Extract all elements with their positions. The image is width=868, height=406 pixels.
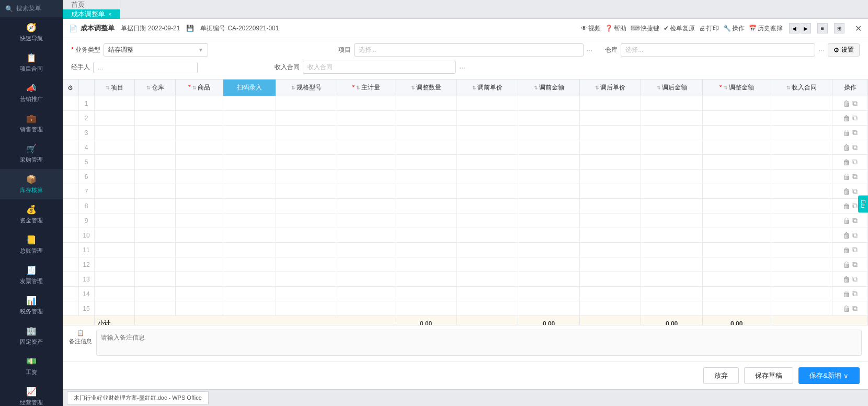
income-contract-select[interactable]: 收入合同 bbox=[303, 61, 456, 74]
row-income-contract-4[interactable] bbox=[771, 140, 832, 155]
row-warehouse-2[interactable] bbox=[135, 111, 176, 126]
row-after-amount-6[interactable] bbox=[641, 170, 702, 184]
row-spec-3[interactable] bbox=[276, 126, 337, 140]
row-unit-15[interactable] bbox=[337, 301, 395, 316]
row-project-4[interactable] bbox=[94, 140, 135, 155]
row-spec-10[interactable] bbox=[276, 228, 337, 243]
row-before-amount-1[interactable] bbox=[518, 96, 579, 111]
row-before-amount-6[interactable] bbox=[518, 170, 579, 184]
row-adjust-amount-14[interactable] bbox=[702, 287, 771, 301]
discard-btn[interactable]: 放弃 bbox=[703, 367, 739, 384]
row-adjust-amount-11[interactable] bbox=[702, 243, 771, 257]
row-copy-15[interactable]: ⧉ bbox=[852, 304, 858, 313]
row-after-price-2[interactable] bbox=[579, 111, 641, 126]
row-scan-14[interactable] bbox=[223, 287, 276, 301]
row-product-4[interactable] bbox=[176, 140, 223, 155]
row-spec-13[interactable] bbox=[276, 272, 337, 287]
row-product-12[interactable] bbox=[176, 257, 223, 272]
ear-side-button[interactable]: Ear bbox=[858, 195, 868, 212]
row-after-amount-3[interactable] bbox=[641, 126, 702, 140]
row-adjqty-5[interactable] bbox=[395, 155, 456, 170]
row-product-5[interactable] bbox=[176, 155, 223, 170]
row-delete-1[interactable]: 🗑 bbox=[843, 99, 850, 108]
row-product-11[interactable] bbox=[176, 243, 223, 257]
row-delete-7[interactable]: 🗑 bbox=[843, 187, 850, 196]
row-after-price-15[interactable] bbox=[579, 301, 641, 316]
row-scan-10[interactable] bbox=[223, 228, 276, 243]
row-after-amount-13[interactable] bbox=[641, 272, 702, 287]
row-before-amount-10[interactable] bbox=[518, 228, 579, 243]
row-after-price-5[interactable] bbox=[579, 155, 641, 170]
row-income-contract-12[interactable] bbox=[771, 257, 832, 272]
row-before-price-15[interactable] bbox=[456, 301, 518, 316]
row-before-amount-14[interactable] bbox=[518, 287, 579, 301]
row-warehouse-15[interactable] bbox=[135, 301, 176, 316]
row-warehouse-12[interactable] bbox=[135, 257, 176, 272]
project-select[interactable]: 选择... bbox=[354, 43, 584, 57]
row-after-price-13[interactable] bbox=[579, 272, 641, 287]
row-income-contract-14[interactable] bbox=[771, 287, 832, 301]
row-project-12[interactable] bbox=[94, 257, 135, 272]
row-delete-10[interactable]: 🗑 bbox=[843, 231, 850, 240]
row-copy-2[interactable]: ⧉ bbox=[852, 114, 858, 122]
row-unit-5[interactable] bbox=[337, 155, 395, 170]
row-warehouse-9[interactable] bbox=[135, 213, 176, 228]
row-before-price-7[interactable] bbox=[456, 184, 518, 199]
row-income-contract-13[interactable] bbox=[771, 272, 832, 287]
warehouse-select[interactable]: 选择... bbox=[621, 43, 815, 57]
row-spec-4[interactable] bbox=[276, 140, 337, 155]
row-before-amount-8[interactable] bbox=[518, 199, 579, 213]
row-scan-4[interactable] bbox=[223, 140, 276, 155]
row-copy-9[interactable]: ⧉ bbox=[852, 216, 858, 225]
row-after-amount-11[interactable] bbox=[641, 243, 702, 257]
sidebar-item-inventory[interactable]: 📦库存核算 bbox=[0, 169, 63, 199]
action-history[interactable]: 📅历史账簿 bbox=[749, 24, 783, 33]
row-delete-3[interactable]: 🗑 bbox=[843, 129, 850, 137]
row-unit-1[interactable] bbox=[337, 96, 395, 111]
row-adjust-amount-1[interactable] bbox=[702, 96, 771, 111]
col-scan-header[interactable]: 扫码录入 bbox=[223, 80, 276, 96]
row-adjust-amount-7[interactable] bbox=[702, 184, 771, 199]
sidebar-item-project-contract[interactable]: 📋项目合同 bbox=[0, 48, 63, 78]
row-warehouse-4[interactable] bbox=[135, 140, 176, 155]
save-new-btn[interactable]: 保存&新增 ∨ bbox=[798, 367, 860, 384]
row-income-contract-8[interactable] bbox=[771, 199, 832, 213]
row-warehouse-11[interactable] bbox=[135, 243, 176, 257]
row-project-9[interactable] bbox=[94, 213, 135, 228]
row-after-amount-4[interactable] bbox=[641, 140, 702, 155]
row-income-contract-15[interactable] bbox=[771, 301, 832, 316]
row-before-amount-7[interactable] bbox=[518, 184, 579, 199]
row-adjqty-13[interactable] bbox=[395, 272, 456, 287]
row-income-contract-10[interactable] bbox=[771, 228, 832, 243]
row-before-price-14[interactable] bbox=[456, 287, 518, 301]
row-adjust-amount-8[interactable] bbox=[702, 199, 771, 213]
row-unit-14[interactable] bbox=[337, 287, 395, 301]
row-unit-8[interactable] bbox=[337, 199, 395, 213]
row-adjqty-8[interactable] bbox=[395, 199, 456, 213]
row-unit-6[interactable] bbox=[337, 170, 395, 184]
row-scan-2[interactable] bbox=[223, 111, 276, 126]
row-adjqty-1[interactable] bbox=[395, 96, 456, 111]
row-before-price-1[interactable] bbox=[456, 96, 518, 111]
row-spec-9[interactable] bbox=[276, 213, 337, 228]
row-spec-14[interactable] bbox=[276, 287, 337, 301]
row-delete-6[interactable]: 🗑 bbox=[843, 173, 850, 181]
row-copy-11[interactable]: ⧉ bbox=[852, 245, 858, 254]
row-before-price-6[interactable] bbox=[456, 170, 518, 184]
income-contract-more-btn[interactable]: ··· bbox=[459, 63, 465, 72]
row-scan-3[interactable] bbox=[223, 126, 276, 140]
sidebar-search[interactable]: 🔍 搜索菜单 bbox=[0, 0, 63, 17]
sidebar-item-ops-mgmt[interactable]: 📈经营管理 bbox=[0, 381, 63, 406]
sidebar-item-sales-promo[interactable]: 📣营销推广 bbox=[0, 78, 63, 108]
row-scan-5[interactable] bbox=[223, 155, 276, 170]
row-after-price-12[interactable] bbox=[579, 257, 641, 272]
row-before-amount-11[interactable] bbox=[518, 243, 579, 257]
row-copy-1[interactable]: ⧉ bbox=[852, 99, 858, 108]
row-product-15[interactable] bbox=[176, 301, 223, 316]
row-after-amount-7[interactable] bbox=[641, 184, 702, 199]
sidebar-item-invoice[interactable]: 🧾发票管理 bbox=[0, 260, 63, 290]
row-unit-12[interactable] bbox=[337, 257, 395, 272]
handler-select[interactable]: ... bbox=[93, 62, 198, 73]
row-adjust-amount-9[interactable] bbox=[702, 213, 771, 228]
project-more-btn[interactable]: ··· bbox=[587, 46, 593, 54]
